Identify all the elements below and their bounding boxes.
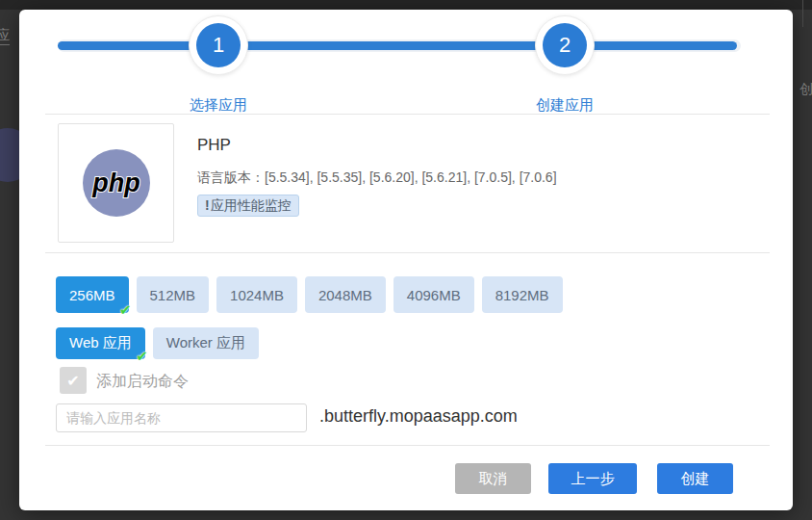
app-type-option-web[interactable]: Web 应用 ✔ (56, 327, 145, 359)
memory-option-label: 4096MB (407, 287, 461, 303)
step-1-circle[interactable]: 1 (189, 15, 248, 75)
memory-option-label: 1024MB (230, 287, 284, 303)
divider (45, 114, 770, 115)
domain-suffix-text: .butterfly.mopaasapp.com (319, 406, 518, 427)
memory-option-8192mb[interactable]: 8192MB (482, 276, 563, 313)
app-card: php (58, 123, 174, 243)
check-icon: ✔ (119, 301, 132, 319)
divider (45, 252, 770, 253)
memory-option-label: 8192MB (495, 287, 549, 303)
app-type-option-label: Web 应用 (69, 334, 132, 351)
step-2-label: 创建应用 (497, 96, 632, 115)
memory-options-row: 256MB ✔ 512MB 1024MB 2048MB 4096MB 8192M… (56, 276, 563, 313)
app-type-option-worker[interactable]: Worker 应用 (153, 327, 259, 359)
memory-option-label: 256MB (69, 287, 115, 303)
memory-option-4096mb[interactable]: 4096MB (393, 276, 474, 313)
check-icon: ✔ (66, 372, 79, 390)
exclamation-icon: ! (205, 197, 210, 213)
performance-monitor-badge[interactable]: !应用性能监控 (197, 195, 299, 217)
app-versions-text: 语言版本：[5.5.34], [5.5.35], [5.6.20], [5.6.… (197, 169, 557, 187)
performance-monitor-label: 应用性能监控 (211, 197, 292, 213)
memory-option-2048mb[interactable]: 2048MB (305, 276, 386, 313)
check-icon: ✔ (136, 348, 148, 365)
divider (45, 445, 770, 446)
background-fragment: 应 (0, 27, 10, 45)
startup-command-checkbox[interactable]: ✔ (60, 367, 87, 394)
background-fragment: 创 (799, 81, 812, 98)
step-1-number: 1 (196, 23, 241, 67)
memory-option-label: 2048MB (318, 287, 372, 303)
create-button[interactable]: 创建 (657, 463, 733, 494)
php-logo-icon: php (82, 148, 151, 218)
background-table-border (802, 0, 803, 27)
step-2-circle[interactable]: 2 (535, 15, 595, 75)
svg-text:php: php (91, 169, 140, 197)
memory-option-256mb[interactable]: 256MB ✔ (56, 276, 129, 313)
startup-command-label: 添加启动命令 (96, 372, 189, 392)
create-app-dialog: 1 2 选择应用 创建应用 php PHP 语言版本：[5.5.34], [5.… (19, 10, 793, 510)
background-top-strip (0, 0, 812, 10)
memory-option-512mb[interactable]: 512MB (137, 276, 210, 313)
step-1-label: 选择应用 (151, 96, 286, 115)
previous-step-button[interactable]: 上一步 (548, 463, 637, 494)
memory-option-label: 512MB (150, 287, 196, 303)
step-2-number: 2 (543, 23, 587, 67)
app-type-options-row: Web 应用 ✔ Worker 应用 (56, 327, 259, 359)
app-type-option-label: Worker 应用 (166, 334, 245, 351)
stepper-progress-bar (58, 41, 737, 50)
cancel-button[interactable]: 取消 (455, 463, 531, 494)
app-name-title: PHP (197, 136, 231, 155)
memory-option-1024mb[interactable]: 1024MB (216, 276, 297, 313)
app-name-input[interactable] (56, 403, 307, 432)
